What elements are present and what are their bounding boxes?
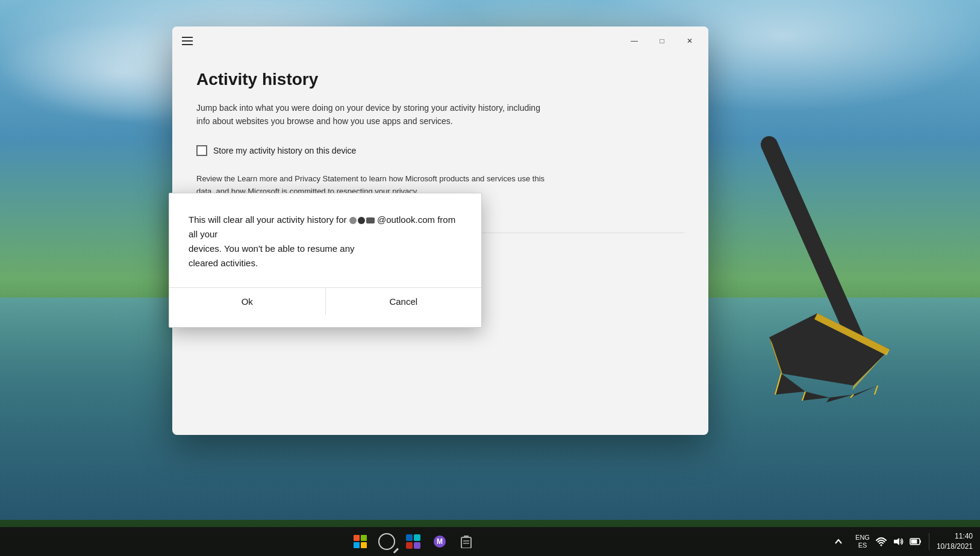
- dialog-buttons: Ok Cancel: [169, 287, 481, 315]
- widgets-button[interactable]: [401, 529, 425, 554]
- teams-button[interactable]: M: [428, 529, 452, 554]
- store-activity-checkbox-row: Store my activity history on this device: [196, 145, 684, 156]
- show-hidden-icons-button[interactable]: [826, 529, 850, 554]
- dialog-cancel-button[interactable]: Cancel: [326, 288, 482, 315]
- store-activity-checkbox[interactable]: [196, 145, 207, 156]
- svg-text:M: M: [437, 537, 443, 546]
- win-icon-red: [354, 535, 360, 541]
- clipboard-button[interactable]: [454, 529, 478, 554]
- dialog-message-line3: devices. You won't be able to resume any: [189, 243, 355, 254]
- dialog-message-line4: cleared activities.: [189, 258, 258, 268]
- minimize-button[interactable]: —: [620, 30, 648, 52]
- dialog-content: This will clear all your activity histor…: [169, 193, 481, 327]
- dialog-account-icon-2: [358, 217, 365, 224]
- widget-tile-1: [406, 534, 413, 541]
- taskbar-right: ENGES 11:40 10/: [826, 529, 980, 554]
- confirm-dialog: This will clear all your activity histor…: [169, 193, 482, 328]
- clipboard-icon: [460, 535, 473, 548]
- widgets-icon: [406, 534, 420, 549]
- close-button[interactable]: ✕: [676, 30, 704, 52]
- maximize-button[interactable]: □: [648, 30, 676, 52]
- language-indicator: ENGES: [855, 534, 870, 549]
- win-icon-green: [361, 535, 367, 541]
- dialog-account-icons: [349, 217, 375, 224]
- dialog-message: This will clear all your activity histor…: [189, 213, 462, 270]
- svg-rect-16: [464, 536, 469, 538]
- win-icon-yellow: [361, 542, 367, 548]
- taskbar-separator: [929, 533, 929, 550]
- svg-rect-15: [461, 537, 471, 548]
- page-description: Jump back into what you were doing on yo…: [196, 101, 546, 128]
- clock-date: 10/18/2021: [937, 542, 973, 552]
- search-taskbar-button[interactable]: [375, 529, 399, 554]
- svg-marker-20: [894, 538, 899, 545]
- svg-rect-22: [920, 540, 921, 543]
- svg-rect-23: [911, 540, 917, 544]
- teams-icon: M: [432, 534, 447, 549]
- windows-logo-icon: [354, 535, 367, 548]
- search-icon: [378, 533, 395, 550]
- widget-tile-3: [406, 542, 413, 549]
- page-title: Activity history: [196, 70, 684, 89]
- window-titlebar: — □ ✕: [172, 27, 708, 55]
- taskbar: M ENGES: [0, 527, 980, 556]
- battery-icon: [910, 536, 922, 547]
- start-button[interactable]: [348, 529, 372, 554]
- hamburger-menu-button[interactable]: [177, 32, 198, 50]
- dialog-account-icon-1: [349, 217, 357, 224]
- taskbar-clock[interactable]: 11:40 10/18/2021: [937, 531, 973, 552]
- taskbar-left: M: [0, 529, 826, 554]
- win-icon-blue: [354, 542, 360, 548]
- widget-tile-2: [414, 534, 420, 541]
- wifi-icon: [876, 536, 887, 547]
- store-activity-label: Store my activity history on this device: [213, 146, 356, 155]
- svg-point-19: [880, 545, 882, 546]
- dialog-message-line1: This will clear all your activity histor…: [189, 214, 347, 225]
- dialog-ok-button[interactable]: Ok: [169, 288, 326, 315]
- dialog-account-email: @outlook.com: [377, 214, 435, 225]
- window-controls: — □ ✕: [620, 30, 704, 52]
- volume-icon: [893, 536, 904, 547]
- clock-time: 11:40: [937, 531, 973, 542]
- widget-tile-4: [414, 542, 420, 549]
- system-tray-icons: ENGES: [855, 534, 922, 549]
- chevron-up-icon: [834, 537, 843, 546]
- dialog-account-icon-3: [366, 217, 375, 223]
